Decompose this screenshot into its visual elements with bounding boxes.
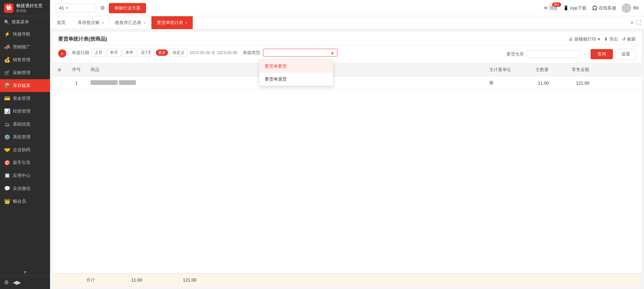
table-container: ⚙ 序号 商品 主计量单位 主数量 零售金额 1 块 11.00 121.00 <box>53 63 641 273</box>
cell-extra <box>593 76 641 90</box>
page-header-actions: 🖨 按模板打印 ▾ ⬇ 导出 ↺ 刷新 <box>569 36 636 42</box>
date-label: 单据日期 <box>72 50 89 56</box>
sidebar-item-system[interactable]: ⚙️系统管理 <box>0 131 50 143</box>
summary-amount: 121.00 <box>156 277 196 283</box>
cell-settings <box>53 76 66 90</box>
app-download-btn[interactable]: 📱 App下载 <box>563 5 587 11</box>
sidebar-item-marketing[interactable]: 📣营销推广 <box>0 41 50 53</box>
date-btn-last-month[interactable]: 上月 <box>91 49 105 57</box>
col-qty-header: 主数量 <box>519 63 553 76</box>
fullscreen-icon[interactable]: ⛶ <box>636 20 641 25</box>
filter-more-icon[interactable]: ··· <box>583 51 588 57</box>
sidebar-item-sales[interactable]: 💰销售管理 <box>0 53 50 66</box>
nav-label-operation: 经营管理 <box>13 108 30 114</box>
refresh-icon: ↺ <box>622 37 626 42</box>
nav-icon-apps: 🔲 <box>4 173 10 179</box>
close-collect-tab[interactable]: × <box>143 21 145 25</box>
sidebar-item-enterprise[interactable]: 🤝企业协同 <box>0 143 50 156</box>
warehouse-selector[interactable] <box>527 50 581 58</box>
type-dropdown: 要货单要货 要货单退货 <box>259 60 333 86</box>
sidebar-item-operation[interactable]: 📊经营管理 <box>0 105 50 118</box>
nav-icon-sales: 💰 <box>4 57 10 63</box>
nav-icon-wechat: 💬 <box>4 185 10 192</box>
messages-btn[interactable]: ✉ 消息 99+ <box>544 5 558 11</box>
col-settings[interactable]: ⚙ <box>53 63 66 76</box>
export-btn[interactable]: ⬇ 导出 <box>604 36 618 42</box>
summary-qty: 11.00 <box>109 277 142 283</box>
tab-batch[interactable]: 库存批次账 × <box>72 16 110 29</box>
search-icon: 🔍 <box>4 20 9 25</box>
logo-text: 畅捷通好生意 标准版 <box>16 3 43 13</box>
user-name: Rit <box>633 5 639 10</box>
tab-requisition[interactable]: 要货单统计表 × <box>151 16 193 29</box>
app-icon: 📱 <box>563 5 569 10</box>
sidebar-footer: ⚙ ◀▶ <box>0 275 50 289</box>
page-title: 要货单统计表(按商品) <box>58 36 107 42</box>
table-head: ⚙ 序号 商品 主计量单位 主数量 零售金额 <box>53 63 641 76</box>
close-batch-tab[interactable]: × <box>102 21 104 25</box>
sidebar-item-wechat[interactable]: 💬企业微信 <box>0 182 50 195</box>
nav-icon-basic: 🗂 <box>4 121 10 127</box>
type-selected-text <box>266 50 330 55</box>
dropdown-item-requisition-order[interactable]: 要货单要货 <box>259 60 333 73</box>
sidebar-item-purchase[interactable]: 🛒采购管理 <box>0 66 50 79</box>
close-requisition-tab[interactable]: × <box>185 21 187 25</box>
collapse-icon[interactable]: ◀▶ <box>13 279 21 286</box>
nav-label-system: 系统管理 <box>13 134 30 140</box>
data-table: ⚙ 序号 商品 主计量单位 主数量 零售金额 1 块 11.00 121.00 <box>53 63 641 90</box>
type-selector[interactable]: ▲ <box>263 49 337 57</box>
sidebar-item-basic[interactable]: 🗂基础信息 <box>0 118 50 131</box>
table-row: 1 块 11.00 121.00 <box>53 76 641 90</box>
search-menu[interactable]: 🔍 搜索菜单 <box>0 16 50 28</box>
filter-expand-btn[interactable]: » <box>58 49 66 58</box>
settings-btn[interactable]: 设置 <box>616 49 636 60</box>
type-label: 单据类型 <box>243 50 260 56</box>
sidebar-item-quick-nav[interactable]: ⚡快捷导航 <box>0 28 50 41</box>
date-btn-current-month[interactable]: 本月 <box>107 49 121 57</box>
print-icon: 🖨 <box>569 37 573 42</box>
nav-icon-inventory: 📦 <box>4 83 10 89</box>
tab-collect[interactable]: 收发存汇总表 × <box>110 16 151 29</box>
date-btn-week[interactable]: 近7天 <box>138 49 154 57</box>
nav-icon-operation: 📊 <box>4 108 10 114</box>
user-avatar-btn[interactable]: Rit <box>622 3 639 13</box>
trial-btn[interactable]: 体验行业方案 <box>109 3 146 13</box>
sidebar-item-finance[interactable]: 💳资金管理 <box>0 92 50 105</box>
date-btn-custom[interactable]: 自定义 <box>169 49 188 57</box>
print-btn[interactable]: 🖨 按模板打印 ▾ <box>569 36 600 42</box>
settings-icon[interactable]: ⚙ <box>4 279 9 286</box>
filter-type-wrapper: 单据类型 ▲ 要货单要货 要货单退货 <box>243 49 337 57</box>
sidebar-item-members[interactable]: 👑畅会员 <box>0 195 50 208</box>
nav-label-finance: 资金管理 <box>13 95 30 102</box>
nav-label-sales: 销售管理 <box>13 57 30 63</box>
tab-home[interactable]: 首页 <box>50 20 72 26</box>
col-no-header: 序号 <box>66 63 87 76</box>
page-content: 要货单统计表(按商品) 🖨 按模板打印 ▾ ⬇ 导出 ↺ 刷新 <box>53 32 641 286</box>
store-name: 41 <box>59 5 64 10</box>
topbar-gear-icon[interactable]: ⚙ <box>100 5 105 11</box>
refresh-btn[interactable]: ↺ 刷新 <box>622 36 636 42</box>
customer-service-btn[interactable]: 🎧 在线客服 <box>592 5 616 11</box>
cell-no: 1 <box>66 76 87 90</box>
store-selector[interactable]: 41 ▾ <box>55 4 96 12</box>
query-btn[interactable]: 查询 <box>591 49 613 59</box>
sidebar-item-apps[interactable]: 🔲应用中心 <box>0 169 50 182</box>
cell-amount: 121.00 <box>553 76 593 90</box>
date-btn-more[interactable]: 更多 <box>156 49 168 56</box>
date-range-display: 2023-05-06 至 2023-06-06 <box>190 50 237 56</box>
sidebar-scroll-down[interactable]: ▼ <box>0 269 50 275</box>
dropdown-item-requisition-return[interactable]: 要货单退货 <box>259 73 333 86</box>
nav-icon-enterprise: 🤝 <box>4 147 10 153</box>
print-chevron: ▾ <box>598 37 600 42</box>
nav-icon-guide: 🎯 <box>4 160 10 166</box>
sidebar: 畅 畅捷通好生意 标准版 🔍 搜索菜单 ⚡快捷导航📣营销推广💰销售管理🛒采购管理… <box>0 0 50 289</box>
tabbar-right: × ⛶ <box>630 20 644 25</box>
nav-label-enterprise: 企业协同 <box>13 147 30 153</box>
logo-icon: 畅 <box>4 3 14 13</box>
nav-label-wechat: 企业微信 <box>13 185 30 192</box>
nav-label-basic: 基础信息 <box>13 121 30 127</box>
sidebar-item-guide[interactable]: 🎯新手引导 <box>0 156 50 169</box>
date-btn-year[interactable]: 本年 <box>122 49 137 57</box>
close-all-tabs-icon[interactable]: × <box>630 20 634 25</box>
sidebar-item-inventory[interactable]: 📦库存核算 <box>0 79 50 92</box>
